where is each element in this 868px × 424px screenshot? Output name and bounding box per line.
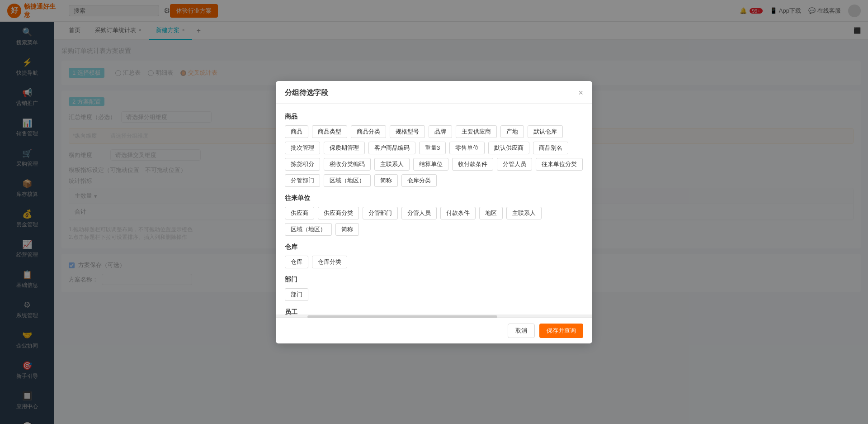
field-tag[interactable]: 商品: [285, 125, 308, 138]
field-tag[interactable]: 批次管理: [285, 142, 320, 154]
field-tag[interactable]: 零售单位: [449, 142, 485, 154]
field-tag[interactable]: 简称: [335, 223, 359, 236]
field-tag[interactable]: 部门: [285, 288, 308, 301]
modal-hscroll[interactable]: [276, 314, 592, 317]
modal-save-btn[interactable]: 保存并查询: [539, 324, 583, 338]
field-tag[interactable]: 客户商品编码: [368, 142, 415, 154]
field-tag[interactable]: 供应商: [285, 207, 314, 219]
field-tag[interactable]: 产地: [500, 125, 524, 138]
field-grid-partners: 供应商 供应商分类 分管部门 分管人员 付款条件 地区 主联系人 区域（地区） …: [285, 207, 583, 236]
modal-cancel-btn[interactable]: 取消: [508, 324, 535, 338]
modal-title: 分组待选字段: [285, 88, 328, 98]
field-tag[interactable]: 仓库分类: [401, 174, 437, 187]
field-tag[interactable]: 拣货积分: [285, 158, 320, 171]
field-tag[interactable]: 供应商分类: [318, 207, 359, 219]
field-tag[interactable]: 规格型号: [390, 125, 425, 138]
modal-dialog: 分组待选字段 × 商品 商品 商品类型 商品分类 规格型号 品牌 主要供应商 产…: [276, 81, 592, 343]
field-tag[interactable]: 分管人员: [497, 158, 532, 171]
section-title-dept: 部门: [285, 276, 583, 284]
field-tag[interactable]: 主要供应商: [456, 125, 497, 138]
field-tag[interactable]: 商品别名: [533, 142, 568, 154]
field-tag[interactable]: 往来单位分类: [536, 158, 583, 171]
field-tag[interactable]: 品牌: [429, 125, 452, 138]
field-tag[interactable]: 区域（地区）: [324, 174, 371, 187]
field-tag[interactable]: 付款条件: [440, 207, 476, 219]
field-tag[interactable]: 分管部门: [363, 207, 398, 219]
field-tag[interactable]: 收付款条件: [452, 158, 493, 171]
field-tag[interactable]: 仓库: [285, 256, 308, 268]
section-title-partners: 往来单位: [285, 194, 583, 202]
field-tag[interactable]: 仓库分类: [312, 256, 347, 268]
modal-close-btn[interactable]: ×: [578, 88, 583, 98]
field-tag[interactable]: 商品分类: [351, 125, 386, 138]
field-tag[interactable]: 结算单位: [413, 158, 448, 171]
field-tag[interactable]: 地区: [479, 207, 503, 219]
field-grid-warehouse: 仓库 仓库分类: [285, 256, 583, 268]
field-tag[interactable]: 默认仓库: [528, 125, 563, 138]
field-tag[interactable]: 默认供应商: [488, 142, 529, 154]
field-tag[interactable]: 区域（地区）: [285, 223, 332, 236]
modal-footer: 取消 保存并查询: [276, 318, 592, 343]
field-tag[interactable]: 税收分类编码: [324, 158, 371, 171]
section-title-employee: 员工: [285, 308, 583, 315]
field-grid-goods: 商品 商品类型 商品分类 规格型号 品牌 主要供应商 产地 默认仓库 批次管理 …: [285, 125, 583, 187]
field-tag[interactable]: 重量3: [419, 142, 446, 154]
section-title-goods: 商品: [285, 113, 583, 121]
field-tag[interactable]: 主联系人: [374, 158, 410, 171]
field-tag[interactable]: 商品类型: [312, 125, 347, 138]
field-tag[interactable]: 分管人员: [401, 207, 437, 219]
field-tag[interactable]: 保质期管理: [324, 142, 365, 154]
modal-header: 分组待选字段 ×: [276, 81, 592, 104]
field-tag[interactable]: 简称: [374, 174, 398, 187]
hscroll-thumb[interactable]: [307, 315, 497, 318]
modal-body[interactable]: 商品 商品 商品类型 商品分类 规格型号 品牌 主要供应商 产地 默认仓库 批次…: [276, 104, 592, 315]
modal-overlay: 分组待选字段 × 商品 商品 商品类型 商品分类 规格型号 品牌 主要供应商 产…: [0, 0, 868, 424]
field-tag[interactable]: 分管部门: [285, 174, 320, 187]
field-grid-dept: 部门: [285, 288, 583, 301]
section-title-warehouse: 仓库: [285, 243, 583, 251]
field-tag[interactable]: 主联系人: [506, 207, 542, 219]
